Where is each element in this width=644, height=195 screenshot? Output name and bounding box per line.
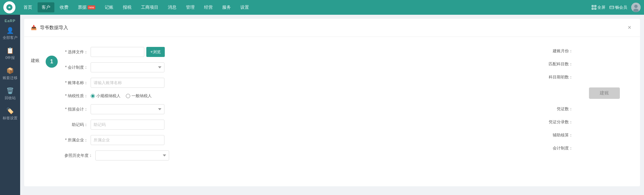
match-subjects-row: 匹配科目数： <box>546 61 633 67</box>
nav-item-settings[interactable]: 设置 <box>236 2 253 12</box>
main-content: 📥 导爷数据导入 × 建账 1 * 选择文件： <box>20 15 644 195</box>
nav-right: 全屏 畅会员 <box>592 3 641 12</box>
company-row: * 所属企业： <box>64 135 172 145</box>
earp-brand: EaRP <box>5 19 16 23</box>
voucher-count-label: 凭证数： <box>546 106 573 112</box>
sidebar-item-declaration[interactable]: 📋 0申报 <box>0 44 20 63</box>
step-badge: 1 <box>46 56 58 68</box>
file-input-group: +浏览 <box>91 47 165 57</box>
sidebar: EaRP 👤 全部客户 📋 0申报 📦 账套迁移 🗑️ 回收站 🏷️ 标签设置 <box>0 15 20 195</box>
sidebar-item-all-clients[interactable]: 👤 全部客户 <box>0 24 20 43</box>
tax-type-row: * 纳税性质： 小规模纳税人 一般纳税人 <box>64 93 172 99</box>
form-fields: * 选择文件： +浏览 * 会计制度： <box>64 47 172 160</box>
dialog-panel: 📥 导爷数据导入 × 建账 1 * 选择文件： <box>24 19 640 186</box>
voucher-count-row: 凭证数： <box>546 106 633 112</box>
user-avatar[interactable] <box>631 3 641 12</box>
init-balance-row: 科目期初数： <box>546 74 633 80</box>
svg-rect-4 <box>595 8 596 9</box>
info-panel: 建账月份： 匹配科目数： 科目期初数： 建账 <box>533 47 633 160</box>
svg-rect-2 <box>595 5 596 7</box>
nav-item-messages[interactable]: 消息 <box>164 2 181 12</box>
accounting-month-label: 建账月份： <box>546 48 573 54</box>
nav-item-fees[interactable]: 收费 <box>56 2 72 12</box>
build-account-button[interactable]: 建账 <box>589 87 620 99</box>
accounting-month-row: 建账月份： <box>546 48 633 54</box>
init-balance-label: 科目期初数： <box>546 74 573 80</box>
step-label: 建账 <box>31 58 40 64</box>
nav-item-tickets[interactable]: 票据 new <box>74 2 99 12</box>
nav-item-bookkeeping[interactable]: 记账 <box>101 2 117 12</box>
dialog-header: 📥 导爷数据导入 × <box>24 19 640 37</box>
form-body: 建账 1 * 选择文件： +浏览 <box>24 37 640 167</box>
nav-item-management[interactable]: 管理 <box>182 2 199 12</box>
ref-year-label: 参照历史年度： <box>64 153 93 158</box>
sidebar-item-ledger-migration[interactable]: 📦 账套迁移 <box>0 64 20 83</box>
vip-button[interactable]: 畅会员 <box>609 5 627 10</box>
tax-general-radio[interactable] <box>126 94 130 98</box>
new-badge: new <box>88 5 95 9</box>
nav-item-operations[interactable]: 经营 <box>200 2 217 12</box>
svg-rect-5 <box>610 6 614 9</box>
file-input[interactable] <box>91 47 144 57</box>
nav-item-tax[interactable]: 报税 <box>119 2 136 12</box>
svg-point-8 <box>633 9 639 12</box>
file-row: * 选择文件： +浏览 <box>64 47 172 57</box>
close-button[interactable]: × <box>626 23 633 32</box>
assign-accountant-row: * 指派会计： <box>64 104 172 114</box>
ledger-migration-icon: 📦 <box>6 67 14 74</box>
declaration-icon: 📋 <box>6 47 14 54</box>
ledger-name-label: * 账簿名称： <box>64 80 88 86</box>
ledger-name-input[interactable] <box>91 78 164 88</box>
ref-year-row: 参照历史年度： <box>64 150 172 160</box>
tax-small-scale[interactable]: 小规模纳税人 <box>91 93 120 99</box>
dialog-title: 📥 导爷数据导入 <box>31 25 68 31</box>
auxiliary-row: 辅助核算： <box>546 132 633 138</box>
tax-general[interactable]: 一般纳税人 <box>126 93 152 99</box>
info-accounting-system-label: 会计制度： <box>546 145 573 151</box>
main-layout: EaRP 👤 全部客户 📋 0申报 📦 账套迁移 🗑️ 回收站 🏷️ 标签设置 <box>0 15 644 195</box>
match-subjects-label: 匹配科目数： <box>546 61 573 67</box>
accounting-system-select[interactable] <box>91 62 164 72</box>
sidebar-item-recycle[interactable]: 🗑️ 回收站 <box>0 84 20 103</box>
voucher-entries-row: 凭证分录数： <box>546 119 633 125</box>
form-left: 建账 1 * 选择文件： +浏览 <box>31 47 533 160</box>
memo-row: 助记码： <box>64 120 172 130</box>
memo-label: 助记码： <box>64 122 88 128</box>
tags-icon: 🏷️ <box>6 107 14 115</box>
company-label: * 所属企业： <box>64 137 88 143</box>
accounting-system-row: * 会计制度： <box>64 62 172 72</box>
voucher-entries-label: 凭证分录数： <box>546 119 573 125</box>
assign-accountant-select[interactable] <box>91 104 164 114</box>
ledger-name-row: * 账簿名称： <box>64 78 172 88</box>
app-logo[interactable] <box>3 1 15 13</box>
company-input[interactable] <box>91 135 164 145</box>
svg-rect-3 <box>592 8 593 9</box>
nav-item-services[interactable]: 服务 <box>218 2 235 12</box>
file-label: * 选择文件： <box>64 49 88 55</box>
tax-type-label: * 纳税性质： <box>64 93 88 99</box>
top-nav: 首页 客户 收费 票据 new 记账 报税 工商项目 消息 管理 经营 <box>0 0 644 15</box>
nav-items: 首页 客户 收费 票据 new 记账 报税 工商项目 消息 管理 经营 <box>19 2 592 12</box>
assign-accountant-label: * 指派会计： <box>64 107 88 112</box>
memo-input[interactable] <box>91 120 164 130</box>
import-icon: 📥 <box>31 25 37 30</box>
browse-button[interactable]: +浏览 <box>146 47 165 57</box>
svg-rect-1 <box>592 5 593 7</box>
fullscreen-button[interactable]: 全屏 <box>592 5 605 10</box>
svg-point-7 <box>634 5 638 8</box>
tax-type-radio-group: 小规模纳税人 一般纳税人 <box>91 93 152 99</box>
nav-item-customers[interactable]: 客户 <box>38 2 54 12</box>
info-accounting-system-row: 会计制度： <box>546 145 633 151</box>
nav-item-home[interactable]: 首页 <box>19 2 36 12</box>
nav-item-business[interactable]: 工商项目 <box>137 2 162 12</box>
sidebar-item-tags[interactable]: 🏷️ 标签设置 <box>0 105 20 123</box>
tax-small-scale-radio[interactable] <box>91 94 95 98</box>
recycle-icon: 🗑️ <box>6 87 14 94</box>
auxiliary-label: 辅助核算： <box>546 132 573 138</box>
accounting-system-label: * 会计制度： <box>64 65 88 70</box>
all-clients-icon: 👤 <box>6 27 14 34</box>
ref-year-select[interactable] <box>95 150 169 160</box>
